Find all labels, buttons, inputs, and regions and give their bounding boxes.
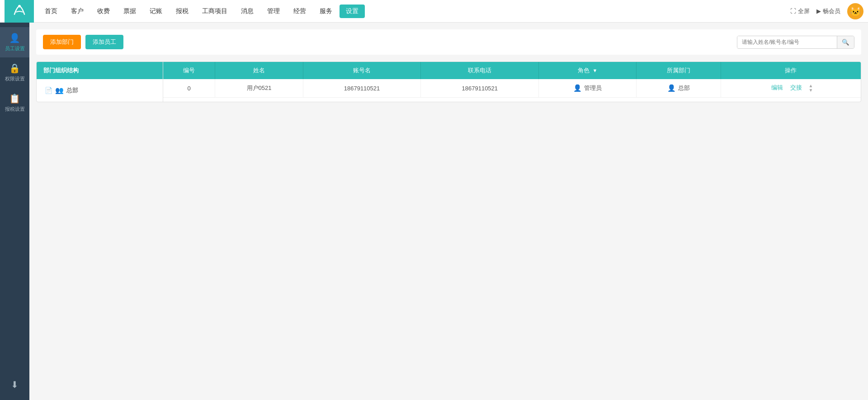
cell-dept: 👤 总部	[637, 79, 721, 98]
dept-item-label: 总部	[66, 86, 78, 94]
content-area: 部门组织结构 📄 👥 总部 编号 姓名 账号名 联系电话	[36, 61, 861, 102]
user-avatar[interactable]: 🐱	[847, 3, 863, 19]
fullscreen-button[interactable]: ⛶ 全屏	[790, 7, 810, 15]
data-table: 编号 姓名 账号名 联系电话 角色 ▼ 所属部门 操作 0	[163, 62, 861, 98]
col-name: 姓名	[215, 62, 303, 79]
fullscreen-label: 全屏	[798, 7, 810, 15]
nav-customer[interactable]: 客户	[65, 5, 90, 18]
role-user-icon: 👤	[573, 84, 582, 92]
sidebar-tax-label: 报税设置	[5, 106, 25, 113]
col-role: 角色 ▼	[539, 62, 637, 79]
lock-icon: 🔒	[9, 63, 20, 74]
nav-home[interactable]: 首页	[38, 5, 64, 18]
cell-role: 👤 管理员	[539, 79, 637, 98]
nav-invoice[interactable]: 票据	[117, 5, 142, 18]
dept-tree-item-root[interactable]: 📄 👥 总部	[41, 84, 158, 97]
sidebar-item-permissions[interactable]: 🔒 权限设置	[0, 57, 29, 88]
col-phone: 联系电话	[421, 62, 539, 79]
table-row: 0 用户0521 18679110521 18679110521 👤 管理员	[163, 79, 861, 98]
sidebar-item-employee[interactable]: 👤 员工设置	[0, 27, 29, 57]
vip-label: 畅会员	[823, 7, 840, 15]
nav-items: 首页 客户 收费 票据 记账 报税 工商项目 消息 管理 经营 服务 设置	[38, 5, 790, 18]
cell-actions: 编辑 交接 ▲ ▼	[721, 79, 861, 98]
cell-phone: 18679110521	[421, 79, 539, 98]
edit-link[interactable]: 编辑	[771, 84, 783, 91]
employee-icon: 👤	[9, 33, 20, 43]
transfer-link[interactable]: 交接	[790, 84, 802, 91]
nav-operation[interactable]: 经营	[287, 5, 312, 18]
table-header: 编号 姓名 账号名 联系电话 角色 ▼ 所属部门 操作	[163, 62, 861, 79]
search-icon: 🔍	[842, 39, 849, 46]
employee-table: 编号 姓名 账号名 联系电话 角色 ▼ 所属部门 操作 0	[163, 62, 861, 102]
add-dept-button[interactable]: 添加部门	[43, 35, 81, 49]
file-icon: 📄	[45, 87, 52, 94]
nav-message[interactable]: 消息	[235, 5, 260, 18]
top-navigation: 首页 客户 收费 票据 记账 报税 工商项目 消息 管理 经营 服务 设置 ⛶ …	[0, 0, 868, 23]
cell-id: 0	[163, 79, 215, 98]
dept-tree-header: 部门组织结构	[37, 62, 163, 79]
nav-service[interactable]: 服务	[313, 5, 339, 18]
cell-account: 18679110521	[303, 79, 421, 98]
fullscreen-icon: ⛶	[790, 8, 796, 14]
toolbar: 添加部门 添加员工 🔍	[36, 29, 861, 55]
dept-label: 总部	[678, 84, 690, 92]
vip-icon: ▶	[816, 8, 821, 14]
cell-name: 用户0521	[215, 79, 303, 98]
nav-billing[interactable]: 收费	[91, 5, 116, 18]
col-dept: 所属部门	[637, 62, 721, 79]
sidebar-bottom-action[interactable]: ⬇	[11, 374, 19, 395]
search-input[interactable]	[737, 36, 837, 48]
dept-user-icon: 👥	[55, 86, 64, 94]
logo	[5, 0, 34, 23]
vip-button[interactable]: ▶ 畅会员	[816, 7, 840, 15]
nav-business[interactable]: 工商项目	[196, 5, 234, 18]
search-button[interactable]: 🔍	[837, 36, 854, 48]
role-filter-icon[interactable]: ▼	[593, 68, 598, 73]
tax-settings-icon: 📋	[9, 93, 20, 104]
sidebar-permissions-label: 权限设置	[5, 75, 25, 82]
add-employee-button[interactable]: 添加员工	[85, 35, 123, 49]
nav-settings[interactable]: 设置	[340, 5, 365, 18]
department-tree: 部门组织结构 📄 👥 总部	[37, 62, 163, 102]
col-id: 编号	[163, 62, 215, 79]
svg-point-0	[18, 5, 21, 7]
nav-accounting[interactable]: 记账	[143, 5, 169, 18]
dept-tree-body: 📄 👥 总部	[37, 79, 163, 102]
left-sidebar: 👤 员工设置 🔒 权限设置 📋 报税设置 ⬇	[0, 23, 29, 400]
col-account: 账号名	[303, 62, 421, 79]
role-label: 管理员	[584, 84, 602, 92]
download-icon: ⬇	[11, 379, 19, 390]
nav-tax[interactable]: 报税	[170, 5, 195, 18]
search-box: 🔍	[737, 36, 854, 49]
scroll-down-icon[interactable]: ▼	[809, 88, 813, 93]
col-action: 操作	[721, 62, 861, 79]
sidebar-employee-label: 员工设置	[5, 45, 25, 52]
main-content: 添加部门 添加员工 🔍 部门组织结构 📄 👥 总部	[29, 23, 868, 400]
sidebar-item-tax-settings[interactable]: 📋 报税设置	[0, 88, 29, 118]
dept-user-icon-cell: 👤	[667, 84, 676, 92]
nav-right: ⛶ 全屏 ▶ 畅会员 🐱	[790, 3, 863, 19]
table-body: 0 用户0521 18679110521 18679110521 👤 管理员	[163, 79, 861, 98]
nav-manage[interactable]: 管理	[261, 5, 286, 18]
